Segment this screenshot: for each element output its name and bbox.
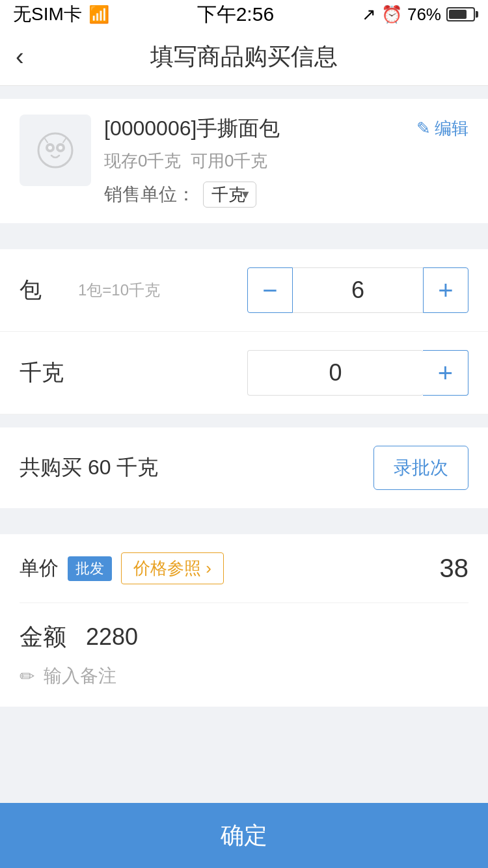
price-row: 单价 批发 价格参照 › 38	[20, 552, 468, 603]
amount-section: 金额 2280 ✏ 输入备注	[0, 603, 488, 707]
pack-hint: 1包=10千克	[78, 280, 247, 301]
pack-decrease-button[interactable]: −	[247, 267, 293, 313]
price-reference-button[interactable]: 价格参照 ›	[121, 552, 224, 584]
remark-placeholder[interactable]: 输入备注	[44, 664, 116, 688]
price-section: 单价 批发 价格参照 › 38	[0, 534, 488, 603]
remark-row[interactable]: ✏ 输入备注	[20, 664, 468, 688]
page-title: 填写商品购买信息	[150, 41, 338, 73]
pack-quantity-input[interactable]	[293, 267, 423, 313]
pack-increase-button[interactable]: +	[423, 267, 468, 313]
quantity-section: 包 1包=10千克 − + 千克 +	[0, 249, 488, 414]
amount-label: 金额	[20, 623, 66, 650]
nav-bar: ‹ 填写商品购买信息	[0, 29, 488, 86]
price-type-tag: 批发	[68, 556, 112, 581]
battery-percent: 76%	[407, 5, 441, 25]
pack-quantity-control: − +	[247, 267, 468, 313]
pack-label: 包	[20, 275, 72, 305]
svg-point-0	[38, 133, 72, 167]
batch-button[interactable]: 录批次	[373, 446, 468, 490]
product-info: [0000006]手撕面包 现存0千克 可用0千克 销售单位： 千克	[104, 115, 468, 208]
status-right: ↗ ⏰ 76%	[362, 5, 475, 25]
edit-button[interactable]: ✎ 编辑	[416, 117, 468, 140]
alarm-icon: ⏰	[381, 5, 402, 25]
location-icon: ↗	[362, 5, 376, 25]
svg-point-4	[59, 146, 62, 150]
product-thumbnail	[20, 115, 91, 186]
amount-row: 金额 2280	[20, 621, 468, 653]
svg-point-3	[48, 146, 52, 150]
status-time: 下午2:56	[197, 1, 274, 28]
price-value: 38	[440, 554, 469, 583]
summary-section: 共购买 60 千克 录批次	[0, 427, 488, 508]
status-bar: 无SIM卡 📶 下午2:56 ↗ ⏰ 76%	[0, 0, 488, 29]
back-button[interactable]: ‹	[16, 43, 24, 71]
confirm-bar[interactable]: 确定	[0, 803, 488, 868]
product-card: [0000006]手撕面包 现存0千克 可用0千克 销售单位： 千克 ✎ 编辑	[0, 99, 488, 223]
kg-increase-button[interactable]: +	[423, 350, 468, 396]
unit-select[interactable]: 千克	[203, 182, 256, 208]
edit-icon: ✎	[416, 118, 431, 139]
confirm-button[interactable]: 确定	[221, 820, 267, 852]
battery-icon	[446, 7, 475, 21]
status-left: 无SIM卡 📶	[13, 2, 109, 27]
divider-1	[0, 223, 488, 236]
unit-select-wrapper[interactable]: 千克	[203, 182, 256, 208]
unit-label: 销售单位：	[104, 182, 195, 207]
kg-quantity-input[interactable]	[247, 350, 423, 396]
amount-value: 2280	[86, 623, 138, 650]
divider-2	[0, 508, 488, 521]
product-stock: 现存0千克 可用0千克	[104, 150, 468, 172]
product-name: [0000006]手撕面包	[104, 115, 468, 143]
pencil-icon: ✏	[20, 666, 34, 687]
kg-row: 千克 +	[0, 332, 488, 414]
summary-text: 共购买 60 千克	[20, 454, 158, 482]
price-label: 单价	[20, 555, 59, 582]
wifi-icon: 📶	[88, 5, 109, 25]
product-unit-row: 销售单位： 千克	[104, 182, 468, 208]
pack-row: 包 1包=10千克 − +	[0, 249, 488, 332]
kg-quantity-control: +	[247, 350, 468, 396]
carrier-label: 无SIM卡	[13, 2, 82, 27]
kg-label: 千克	[20, 358, 72, 388]
product-logo-icon	[36, 131, 75, 170]
